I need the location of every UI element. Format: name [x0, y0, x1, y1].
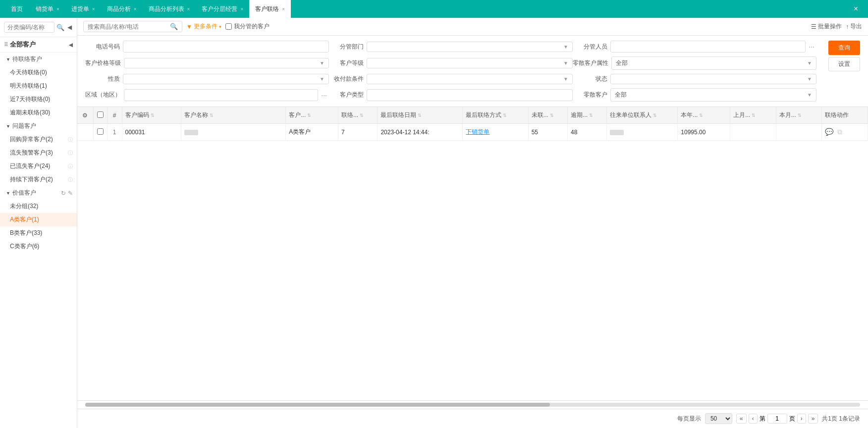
filter-status-select[interactable]: ▼ — [610, 74, 816, 84]
close-productanalysislist-icon[interactable]: × — [187, 6, 190, 12]
gear-icon[interactable]: ⚙ — [82, 112, 88, 119]
sidebar-item-abnormal[interactable]: 回购异常客户(2) ⓘ — [0, 133, 77, 146]
horizontal-scrollbar[interactable] — [85, 403, 860, 407]
payment-arrow-icon: ▼ — [563, 76, 568, 82]
close-customerseg-icon[interactable]: × — [240, 6, 243, 12]
page-size-select[interactable]: 50 100 200 — [705, 413, 732, 424]
sidebar-item-overdue[interactable]: 逾期未联络(30) — [0, 106, 77, 119]
close-productanalysis-icon[interactable]: × — [134, 6, 137, 12]
nav-salesorder[interactable]: 销货单 × — [30, 0, 65, 18]
horizontal-scrollbar-thumb[interactable] — [85, 403, 550, 407]
th-this-month: 本月...⇅ — [776, 107, 822, 124]
close-customercontact-icon[interactable]: × — [282, 6, 285, 12]
export-button[interactable]: ↑ 导出 — [846, 22, 862, 31]
my-customer-checkbox[interactable]: 我分管的客户 — [225, 22, 270, 31]
sidebar-item-churn-warn[interactable]: 流失预警客户(3) ⓘ — [0, 146, 77, 160]
my-customer-input[interactable] — [225, 23, 232, 30]
td-num: 1 — [107, 124, 122, 141]
close-purchaseorder-icon[interactable]: × — [92, 6, 95, 12]
link-action-icon[interactable]: ⧉ — [837, 128, 842, 136]
nav-customercontact[interactable]: 客户联络 × — [249, 0, 291, 18]
sidebar-item-a-class[interactable]: A类客户(1) — [0, 213, 77, 226]
value-group-icons: ↻ ✎ — [61, 190, 73, 197]
sidebar-item-7days[interactable]: 近7天待联络(0) — [0, 93, 77, 106]
sort-last-month-icon[interactable]: ⇅ — [752, 113, 756, 118]
filter-dept: 分管部门 ▼ — [329, 42, 573, 52]
filter-manager-input[interactable] — [610, 41, 806, 53]
page-label: 第 — [760, 415, 765, 423]
sort-name-icon[interactable]: ⇅ — [210, 113, 214, 118]
filter-price-grade-select[interactable]: ▼ — [124, 58, 329, 68]
filter-retail-customer-select[interactable]: 全部 ▼ — [610, 88, 816, 102]
nav-productanalysislist[interactable]: 商品分析列表 × — [143, 0, 196, 18]
nav-customerseg[interactable]: 客户分层经营 × — [196, 0, 249, 18]
th-gear: ⚙ — [77, 107, 93, 124]
more-filter-button[interactable]: ▼ 更多条件 ▾ — [186, 22, 221, 31]
settings-button[interactable]: 设置 — [828, 57, 860, 71]
name-blurred: Ea ? — [184, 130, 199, 135]
sidebar-group-pending[interactable]: ▼ 待联络客户 — [0, 53, 77, 66]
td-action: 💬 ⧉ — [822, 124, 868, 141]
sidebar-search-icon[interactable]: 🔍 — [56, 24, 64, 31]
tri-icon-pending: ▼ — [6, 57, 10, 62]
grid-dots-icon: ⠿ — [4, 42, 8, 48]
th-this-year: 本年...⇅ — [678, 107, 730, 124]
message-action-icon[interactable]: 💬 — [825, 128, 833, 136]
sort-no-contact-icon[interactable]: ⇅ — [550, 113, 554, 118]
last-page-button[interactable]: » — [808, 414, 818, 424]
sidebar-item-churned[interactable]: 已流失客户(24) ⓘ — [0, 160, 77, 173]
sort-code-icon[interactable]: ⇅ — [151, 113, 155, 118]
main-search-icon[interactable]: 🔍 — [170, 23, 178, 30]
last-method-link[interactable]: 下销货单 — [466, 128, 489, 135]
sort-grade-icon[interactable]: ⇅ — [307, 113, 311, 118]
sidebar-collapse-button[interactable]: ◀ — [66, 23, 73, 32]
filter-region-dots[interactable]: ··· — [321, 91, 327, 99]
sidebar-item-b-class[interactable]: B类客户(33) — [0, 226, 77, 240]
sort-overdue-icon[interactable]: ⇅ — [589, 113, 593, 118]
sidebar-group-value[interactable]: ▼ 价值客户 ↻ ✎ — [0, 186, 77, 200]
close-salesorder-icon[interactable]: × — [56, 6, 59, 12]
sort-contact-icon[interactable]: ⇅ — [360, 113, 364, 118]
sort-last-method-icon[interactable]: ⇅ — [503, 113, 507, 118]
filter-manager-dots[interactable]: ··· — [809, 43, 814, 51]
filter-customer-type-input[interactable] — [367, 89, 573, 101]
sidebar-item-declining[interactable]: 持续下滑客户(2) ⓘ — [0, 173, 77, 186]
next-page-button[interactable]: › — [797, 414, 806, 424]
first-page-button[interactable]: « — [736, 414, 747, 424]
sort-this-month-icon[interactable]: ⇅ — [798, 113, 802, 118]
th-num: # — [107, 107, 122, 124]
select-all-checkbox[interactable] — [97, 111, 104, 118]
sidebar-group-problem[interactable]: ▼ 问题客户 — [0, 119, 77, 133]
filter-retail-customer: 零散客户 全部 ▼ — [573, 88, 816, 102]
refresh-icon[interactable]: ↻ — [61, 190, 66, 197]
nav-purchaseorder[interactable]: 进货单 × — [65, 0, 101, 18]
page-number-input[interactable] — [767, 414, 787, 424]
nav-home[interactable]: 首页 — [4, 0, 30, 18]
filter-dept-select[interactable]: ▼ — [367, 42, 573, 52]
filter-payment-select[interactable]: ▼ — [367, 74, 573, 84]
edit-icon[interactable]: ✎ — [68, 190, 73, 197]
filter-customer-grade-select[interactable]: ▼ — [367, 58, 573, 68]
all-customers-label: 全部客户 — [10, 40, 36, 49]
prev-page-button[interactable]: ‹ — [749, 414, 758, 424]
filter-region-label: 区域（地区） — [85, 91, 121, 99]
sort-last-date-icon[interactable]: ⇅ — [418, 113, 422, 118]
sidebar-search-input[interactable] — [4, 22, 54, 33]
close-all-button[interactable]: × — [848, 4, 864, 13]
filter-retail-attr-select[interactable]: 全部 ▼ — [611, 56, 816, 70]
query-button[interactable]: 查询 — [828, 41, 860, 55]
sidebar-item-ungrouped[interactable]: 未分组(32) — [0, 200, 77, 213]
filter-nature-select[interactable]: ▼ — [123, 74, 329, 84]
filter-region-input[interactable] — [124, 89, 318, 101]
sidebar-item-tomorrow[interactable]: 明天待联络(1) — [0, 79, 77, 93]
sidebar-item-c-class[interactable]: C类客户(6) — [0, 240, 77, 253]
row-checkbox[interactable] — [97, 128, 104, 135]
batch-operation-button[interactable]: ☰ 批量操作 — [811, 22, 842, 31]
filter-phone-input[interactable] — [123, 41, 329, 53]
sidebar-item-today[interactable]: 今天待联络(0) — [0, 66, 77, 79]
sort-this-year-icon[interactable]: ⇅ — [699, 113, 703, 118]
sidebar-all-customers[interactable]: ⠿ 全部客户 ◀ — [0, 37, 77, 53]
main-search-input[interactable] — [88, 23, 170, 30]
sort-contact-person-icon[interactable]: ⇅ — [653, 113, 657, 118]
nav-productanalysis[interactable]: 商品分析 × — [101, 0, 143, 18]
